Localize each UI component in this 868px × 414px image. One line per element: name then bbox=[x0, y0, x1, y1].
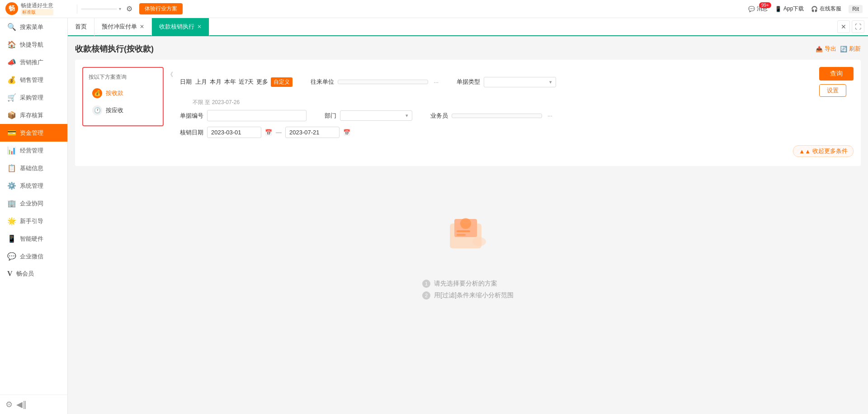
download-icon: 📱 bbox=[775, 6, 782, 12]
filter-by-receivable[interactable]: 🕐 按应收 bbox=[89, 103, 157, 118]
app-download-label: App下载 bbox=[783, 5, 804, 13]
basic-info-icon: 📋 bbox=[7, 164, 16, 172]
hint2-text: 用[过滤]条件来缩小分析范围 bbox=[434, 291, 514, 300]
tab-home[interactable]: 首页 bbox=[68, 18, 94, 36]
sidebar-item-wechat[interactable]: 💬 企业微信 bbox=[0, 247, 67, 265]
sidebar-label-hardware: 智能硬件 bbox=[20, 235, 43, 243]
date-last-month[interactable]: 上月 bbox=[195, 78, 207, 86]
main-layout: 🔍 搜索菜单 🏠 快捷导航 📣 营销推广 💰 销售管理 🛒 采购管理 📦 库存核… bbox=[0, 18, 868, 414]
docno-input[interactable] bbox=[207, 110, 307, 121]
dept-select[interactable]: ▾ bbox=[340, 110, 412, 121]
tab-receipt-close-icon[interactable]: ✕ bbox=[197, 24, 202, 30]
sidebar-label-guide: 新手引导 bbox=[20, 217, 43, 225]
sidebar-item-finance[interactable]: 💳 资金管理 bbox=[0, 124, 67, 142]
date-7days[interactable]: 近7天 bbox=[239, 78, 254, 86]
sidebar-item-purchase[interactable]: 🛒 采购管理 bbox=[0, 89, 67, 106]
verifdate-label: 核销日期 bbox=[180, 128, 203, 137]
sidebar-label-wechat: 企业微信 bbox=[20, 252, 43, 261]
query-button[interactable]: 查询 bbox=[819, 67, 854, 81]
collapse-more-button[interactable]: ▲▲ 收起更多条件 bbox=[793, 145, 854, 157]
tab-prepay-offset[interactable]: 预付冲应付单 ✕ bbox=[94, 18, 152, 36]
sidebar-item-marketing[interactable]: 📣 营销推广 bbox=[0, 53, 67, 71]
message-badge: 99+ bbox=[759, 2, 771, 8]
empty-state: 1 请先选择要分析的方案 2 用[过滤]条件来缩小分析范围 bbox=[75, 171, 861, 339]
online-service-label: 在线客服 bbox=[820, 5, 841, 13]
partner-more-icon[interactable]: ··· bbox=[434, 79, 439, 86]
verifdate-start-calendar-icon[interactable]: 📅 bbox=[265, 129, 272, 136]
app-name: 畅捷通好生意 bbox=[21, 2, 53, 9]
sidebar-bottom: ⚙ ◀‖ bbox=[0, 395, 67, 414]
date-nolimit-info: 不限 至 2023-07-26 bbox=[193, 99, 854, 106]
tab-home-label: 首页 bbox=[75, 23, 87, 31]
sidebar-item-hardware[interactable]: 📱 智能硬件 bbox=[0, 230, 67, 247]
sidebar-label-member: 畅会员 bbox=[16, 270, 34, 278]
topbar-arrow-icon[interactable]: ▾ bbox=[119, 6, 121, 11]
staff-input[interactable] bbox=[452, 114, 542, 118]
sidebar-label-quicknav: 快捷导航 bbox=[20, 41, 43, 49]
app-download-button[interactable]: 📱 App下载 bbox=[775, 5, 804, 13]
staff-more-icon[interactable]: ··· bbox=[547, 112, 552, 119]
filter-dept-field: 部门 ▾ bbox=[325, 110, 412, 121]
tab-bar-actions: ✕ ⛶ bbox=[837, 20, 868, 33]
sidebar: 🔍 搜索菜单 🏠 快捷导航 📣 营销推广 💰 销售管理 🛒 采购管理 📦 库存核… bbox=[0, 18, 68, 414]
sidebar-item-guide[interactable]: 🌟 新手引导 bbox=[0, 212, 67, 230]
verifdate-end-calendar-icon[interactable]: 📅 bbox=[343, 129, 350, 136]
svg-point-2 bbox=[460, 218, 471, 229]
export-icon: 📤 bbox=[816, 46, 823, 52]
message-button[interactable]: 💬 消息 99+ bbox=[748, 5, 768, 13]
tab-prepay-close-icon[interactable]: ✕ bbox=[140, 24, 144, 30]
sidebar-item-operations[interactable]: 📊 经营管理 bbox=[0, 142, 67, 159]
wechat-icon: 💬 bbox=[7, 252, 16, 261]
tab-expand-btn[interactable]: ⛶ bbox=[852, 20, 864, 33]
dept-label: 部门 bbox=[325, 112, 336, 120]
date-this-month[interactable]: 本月 bbox=[210, 78, 222, 86]
sidebar-item-sales[interactable]: 💰 销售管理 bbox=[0, 71, 67, 89]
doctype-label: 单据类型 bbox=[457, 78, 480, 86]
sidebar-item-quick-nav[interactable]: 🏠 快捷导航 bbox=[0, 36, 67, 53]
filter-by-receipt[interactable]: 💰 按收款 bbox=[89, 86, 157, 101]
tab-close-all-btn[interactable]: ✕ bbox=[837, 20, 850, 33]
svg-rect-4 bbox=[457, 234, 466, 236]
filter-verifdate-field: 核销日期 📅 — 📅 bbox=[180, 127, 350, 138]
partner-input[interactable] bbox=[338, 80, 428, 84]
doctype-dropdown-icon: ▾ bbox=[549, 79, 552, 85]
date-this-year[interactable]: 本年 bbox=[224, 78, 236, 86]
sidebar-collapse-icon[interactable]: ◀‖ bbox=[16, 400, 27, 409]
export-button[interactable]: 📤 导出 bbox=[816, 45, 836, 53]
filter-row-2: 单据编号 部门 ▾ 业务员 bbox=[180, 110, 854, 121]
verifdate-start-input[interactable] bbox=[207, 127, 261, 138]
sidebar-item-search-menu[interactable]: 🔍 搜索菜单 bbox=[0, 18, 67, 36]
refresh-button[interactable]: 🔄 刷新 bbox=[840, 45, 861, 53]
filter-scheme-title: 按以下方案查询 bbox=[89, 73, 157, 81]
doctype-select[interactable]: ▾ bbox=[484, 77, 556, 87]
search-icon: 🔍 bbox=[7, 23, 16, 31]
sidebar-item-inventory[interactable]: 📦 库存核算 bbox=[0, 106, 67, 124]
filter-panel: 按以下方案查询 💰 按收款 🕐 按应收 《 bbox=[75, 60, 861, 166]
operations-icon: 📊 bbox=[7, 146, 16, 155]
user-profile[interactable]: Rit bbox=[849, 5, 863, 13]
date-nolimit-text: 不限 至 2023-07-26 bbox=[193, 99, 240, 105]
logo-icon: 畅 bbox=[5, 2, 18, 15]
sidebar-item-member[interactable]: V 畅会员 bbox=[0, 265, 67, 282]
dept-dropdown-icon: ▾ bbox=[406, 113, 408, 119]
tab-receipt-offset[interactable]: 收款核销执行 ✕ bbox=[152, 18, 209, 36]
topbar-username bbox=[81, 8, 117, 10]
online-service-button[interactable]: 🎧 在线客服 bbox=[811, 5, 841, 13]
date-custom-badge[interactable]: 自定义 bbox=[271, 77, 292, 87]
sidebar-item-enterprise[interactable]: 🏢 企业协同 bbox=[0, 195, 67, 212]
page-title: 收款核销执行(按收款) bbox=[75, 43, 154, 54]
setting-button[interactable]: 设置 bbox=[819, 84, 846, 97]
sidebar-label-operations: 经营管理 bbox=[20, 147, 43, 155]
date-more[interactable]: 更多 bbox=[256, 78, 268, 86]
settings-icon[interactable]: ⚙ bbox=[123, 3, 136, 15]
filter-collapse-button[interactable]: 《 bbox=[165, 71, 175, 79]
svg-point-5 bbox=[472, 237, 486, 246]
trial-button[interactable]: 体验行业方案 bbox=[139, 3, 183, 14]
verifdate-end-input[interactable] bbox=[285, 127, 340, 138]
sidebar-item-basic-info[interactable]: 📋 基础信息 bbox=[0, 159, 67, 177]
sidebar-gear-icon[interactable]: ⚙ bbox=[5, 400, 13, 409]
sidebar-label-search: 搜索菜单 bbox=[20, 23, 43, 31]
verif-date-row: 📅 — 📅 bbox=[207, 127, 350, 138]
sidebar-item-system[interactable]: ⚙️ 系统管理 bbox=[0, 177, 67, 195]
app-logo: 畅 畅捷通好生意 标准版 bbox=[5, 2, 73, 15]
